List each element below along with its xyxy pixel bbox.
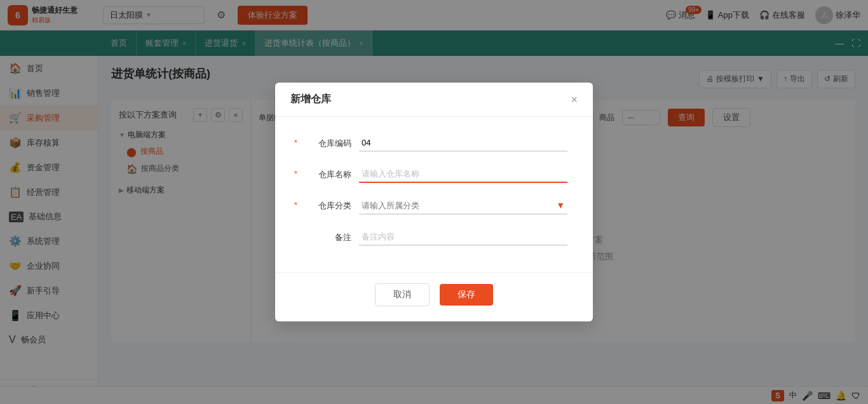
- category-select-input[interactable]: [362, 201, 556, 210]
- modal-footer: 取消 保存: [275, 273, 593, 321]
- modal-body: 仓库编码 仓库名称 仓库分类 ▼ 备注: [275, 117, 593, 273]
- new-warehouse-modal: 新增仓库 × 仓库编码 仓库名称 仓库分类 ▼: [275, 83, 593, 321]
- modal-close-icon[interactable]: ×: [571, 94, 578, 105]
- warehouse-code-input[interactable]: [359, 135, 567, 152]
- form-row-remark: 备注: [301, 229, 567, 246]
- remark-input[interactable]: [359, 229, 567, 246]
- warehouse-name-input[interactable]: [359, 166, 567, 183]
- category-dropdown-icon: ▼: [556, 200, 565, 210]
- category-select[interactable]: ▼: [359, 197, 567, 215]
- modal-title: 新增仓库: [290, 93, 331, 106]
- modal-overlay: 新增仓库 × 仓库编码 仓库名称 仓库分类 ▼: [0, 0, 868, 404]
- modal-header: 新增仓库 ×: [275, 83, 593, 117]
- category-label: 仓库分类: [301, 200, 351, 212]
- save-button[interactable]: 保存: [440, 284, 493, 306]
- cancel-button[interactable]: 取消: [375, 283, 430, 306]
- form-row-category: 仓库分类 ▼: [301, 197, 567, 215]
- code-label: 仓库编码: [301, 138, 351, 149]
- remark-label: 备注: [301, 232, 351, 243]
- form-row-code: 仓库编码: [301, 135, 567, 152]
- form-row-name: 仓库名称: [301, 166, 567, 183]
- name-label: 仓库名称: [301, 169, 351, 180]
